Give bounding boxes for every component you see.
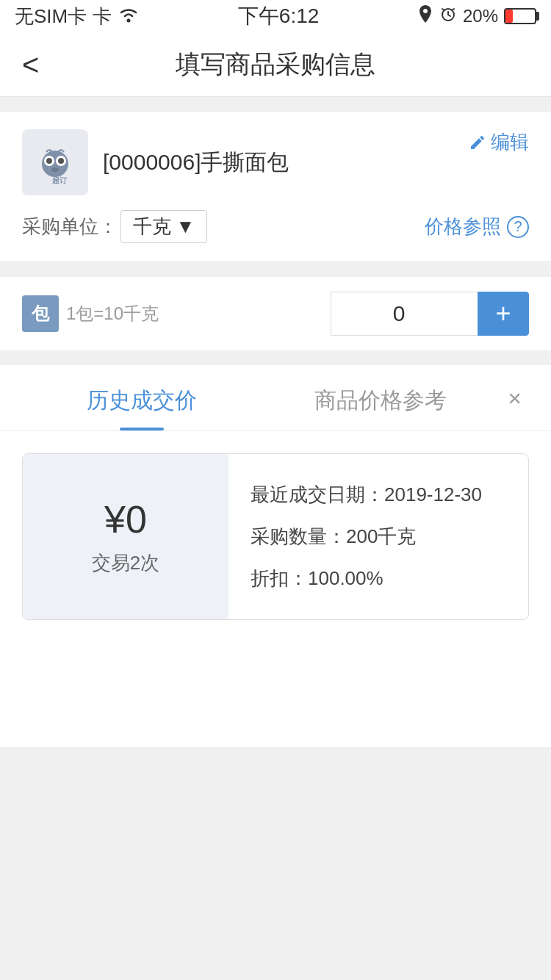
tab-header: 历史成交价 商品价格参考 × xyxy=(0,365,551,431)
product-thumbnail: 超订 xyxy=(22,129,88,195)
alarm-icon xyxy=(439,5,457,27)
product-header: 超订 [0000006]手撕面包 编辑 xyxy=(22,129,529,195)
svg-text:超订: 超订 xyxy=(52,176,68,184)
quantity-row: 包 1包=10千克 + xyxy=(0,277,551,350)
back-button[interactable]: < xyxy=(22,50,39,79)
svg-point-7 xyxy=(51,167,59,172)
price-card-right: 最近成交日期：2019-12-30 采购数量：200千克 折扣：100.00% xyxy=(228,454,528,619)
recent-date-row: 最近成交日期：2019-12-30 xyxy=(251,480,506,509)
discount-row: 折扣：100.00% xyxy=(251,564,506,593)
unit-box: 包 xyxy=(22,295,59,332)
tab-close-button[interactable]: × xyxy=(500,372,529,425)
increment-button[interactable]: + xyxy=(478,292,529,336)
edit-button[interactable]: 编辑 xyxy=(469,129,529,155)
tab-history-price[interactable]: 历史成交价 xyxy=(22,365,262,430)
quantity-input-area: + xyxy=(331,292,529,336)
transaction-count: 交易2次 xyxy=(92,550,159,576)
status-right: 20% xyxy=(417,4,536,28)
unit-section: 采购单位： 千克 ▼ xyxy=(22,210,207,243)
product-name: [0000006]手撕面包 xyxy=(103,147,289,178)
purchase-qty-row: 采购数量：200千克 xyxy=(251,522,506,551)
product-card: 超订 [0000006]手撕面包 编辑 采购单位： 千克 ▼ 价格参照 ? xyxy=(0,112,551,261)
tab-product-price-ref[interactable]: 商品价格参考 xyxy=(262,365,501,430)
battery-icon xyxy=(504,8,536,24)
quantity-input[interactable] xyxy=(331,292,478,336)
price-info-card: ¥0 交易2次 最近成交日期：2019-12-30 采购数量：200千克 折扣：… xyxy=(22,453,529,620)
svg-point-6 xyxy=(58,158,64,164)
carrier-text: 无SIM卡 xyxy=(15,4,87,29)
price-card-left: ¥0 交易2次 xyxy=(23,454,228,619)
chevron-down-icon: ▼ xyxy=(176,215,195,238)
tab-section: 历史成交价 商品价格参考 × ¥0 交易2次 最近成交日期：2019-12-30 xyxy=(0,365,551,747)
wifi-icon xyxy=(118,5,140,28)
tab-content: ¥0 交易2次 最近成交日期：2019-12-30 采购数量：200千克 折扣：… xyxy=(0,453,551,747)
battery-percent: 20% xyxy=(463,6,498,26)
product-meta: 采购单位： 千克 ▼ 价格参照 ? xyxy=(22,210,529,243)
carrier-sim: 卡 xyxy=(93,4,112,29)
status-time: 下午6:12 xyxy=(238,2,320,30)
price-main-value: ¥0 xyxy=(104,497,147,541)
quantity-unit-section: 包 1包=10千克 xyxy=(22,295,159,332)
page-title: 填写商品采购信息 xyxy=(176,48,375,82)
location-icon xyxy=(417,4,433,28)
status-bar: 无SIM卡 卡 下午6:12 20% xyxy=(0,0,551,32)
unit-select-button[interactable]: 千克 ▼ xyxy=(120,210,207,243)
svg-point-0 xyxy=(127,18,131,22)
divider-1 xyxy=(0,261,551,275)
status-left: 无SIM卡 卡 xyxy=(15,4,140,29)
product-left: 超订 [0000006]手撕面包 xyxy=(22,129,289,195)
help-icon: ? xyxy=(507,216,529,238)
nav-bar: < 填写商品采购信息 xyxy=(0,32,551,97)
product-image-icon: 超订 xyxy=(33,140,77,184)
edit-icon xyxy=(469,134,486,151)
price-reference-button[interactable]: 价格参照 ? xyxy=(425,214,529,239)
svg-point-5 xyxy=(46,158,52,164)
